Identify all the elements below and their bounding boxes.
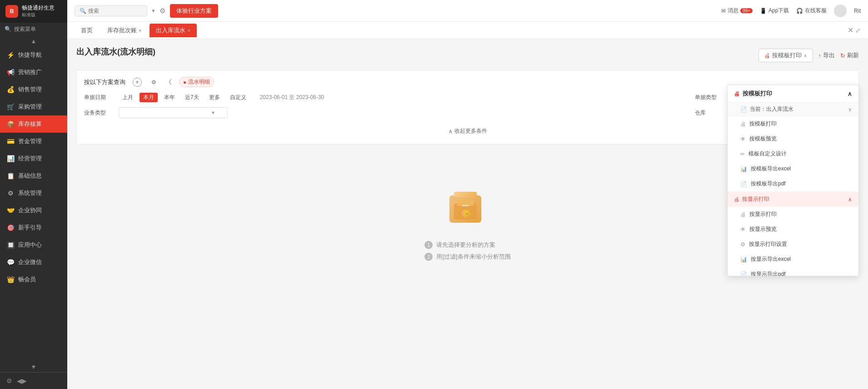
sidebar-item-system[interactable]: ⚙ 系统管理 <box>0 185 67 202</box>
display-section-chevron: ∧ <box>848 196 852 203</box>
username-label[interactable]: Rit <box>854 8 861 14</box>
topbar-message[interactable]: ✉ 消息 99+ <box>721 7 753 15</box>
dropdown-item-template-excel[interactable]: 📊 按模板导出excel <box>728 161 858 176</box>
filter-add-btn[interactable]: + <box>133 78 142 87</box>
dropdown-display-section-header[interactable]: 🖨 按显示打印 ∧ <box>728 192 858 207</box>
tab-flow-close[interactable]: × <box>187 28 190 33</box>
empty-state-image: 😐 <box>449 195 486 232</box>
tab-inventory-batch[interactable]: 库存批次账 × <box>101 24 148 37</box>
sidebar-item-inventory[interactable]: 📦 库存核算 <box>0 115 67 133</box>
date-shortcut-this-year[interactable]: 本年 <box>160 93 179 102</box>
print-template-label: 按模板打印 <box>772 51 802 60</box>
dropdown-section-display: 🖨 按显示打印 ∧ 🖨 按显示打印 👁 按显示预览 ⚙ <box>728 192 858 276</box>
export-btn[interactable]: ↑ 导出 <box>818 51 835 60</box>
display-section-label: 按显示打印 <box>742 195 769 203</box>
sidebar-scroll-up[interactable]: ▲ <box>0 36 67 46</box>
dropdown-item-display-print-settings[interactable]: ⚙ 按显示打印设置 <box>728 237 858 252</box>
app-icon: 📱 <box>760 8 767 14</box>
date-shortcut-more[interactable]: 更多 <box>205 93 224 102</box>
filter-settings-icon[interactable]: ⚙ <box>149 78 158 87</box>
refresh-label: 刷新 <box>847 51 859 60</box>
date-shortcut-custom[interactable]: 自定义 <box>226 93 250 102</box>
dropdown-panel: 🖨 按模板打印 ∧ 📄 当前：出入库流水 ∨ 🖨 <box>727 85 859 276</box>
sidebar-item-label: 快捷导航 <box>18 51 42 59</box>
dropdown-item-display-print[interactable]: 🖨 按显示打印 <box>728 207 858 222</box>
template-print-icon: 🖨 <box>740 121 746 127</box>
empty-step-1: 1 请先选择要分析的方案 <box>424 241 510 249</box>
service-icon: 🎧 <box>796 8 803 14</box>
tab-flow-label: 出入库流水 <box>156 26 185 35</box>
filter-collapse-left-btn[interactable]: 《 <box>165 78 172 86</box>
dropdown-item-template-print[interactable]: 🖨 按模板打印 <box>728 116 858 131</box>
topbar-settings-icon[interactable]: ⚙ <box>160 7 165 15</box>
dropdown-item-template-pdf[interactable]: 📄 按模板导出pdf <box>728 176 858 191</box>
dropdown-item-template-preview[interactable]: 👁 按模板预览 <box>728 131 858 146</box>
step-1-num: 1 <box>424 241 433 249</box>
sidebar-scroll-down[interactable]: ▼ <box>0 362 67 372</box>
business-type-select[interactable]: ▾ <box>119 107 228 118</box>
template-pdf-icon: 📄 <box>740 181 747 187</box>
tabs-expand-btn[interactable]: ⤢ <box>855 27 861 34</box>
refresh-btn[interactable]: ↻ 刷新 <box>840 51 859 60</box>
template-custom-label: 模板自定义设计 <box>748 150 787 158</box>
dropdown-header[interactable]: 🖨 按模板打印 ∧ <box>728 85 858 103</box>
tab-flow[interactable]: 出入库流水 × <box>150 24 196 37</box>
guide-icon: 🎯 <box>6 224 15 231</box>
toggle-sidebar-icon[interactable]: ◀▶ <box>17 377 27 384</box>
search-icon: 🔍 <box>5 26 11 32</box>
current-template-row[interactable]: 📄 当前：出入库流水 ∨ <box>728 103 858 116</box>
svg-text:😐: 😐 <box>464 210 470 217</box>
business-type-label: 业务类型 <box>84 109 111 117</box>
sidebar-item-marketing[interactable]: 📢 营销推广 <box>0 64 67 81</box>
sidebar-item-wechat[interactable]: 💬 企业微信 <box>0 254 67 271</box>
wechat-icon: 💬 <box>6 259 15 266</box>
empty-steps-list: 1 请先选择要分析的方案 2 用[过滤]条件来缩小分析范围 <box>424 241 510 264</box>
trial-btn[interactable]: 体验行业方案 <box>170 4 218 18</box>
current-template-label: 当前：出入库流水 <box>750 105 793 113</box>
print-template-btn[interactable]: 🖨 按模板打印 ∧ <box>758 49 813 62</box>
sidebar-item-app-center[interactable]: 🔲 应用中心 <box>0 236 67 254</box>
topbar-search-box[interactable]: 🔍 <box>75 5 147 16</box>
display-preview-icon: 👁 <box>740 226 746 233</box>
dropdown-item-display-excel[interactable]: 📊 按显示导出excel <box>728 252 858 267</box>
collapse-conditions-btn[interactable]: ∧ 收起更多条件 <box>449 125 487 138</box>
date-shortcut-7days[interactable]: 近7天 <box>181 93 203 102</box>
tab-home[interactable]: 首页 <box>75 24 99 37</box>
sidebar-item-label: 营销推广 <box>18 68 42 76</box>
topbar-search-chevron[interactable]: ▾ <box>152 7 155 14</box>
tabs-close-all-btn[interactable]: ✕ <box>848 26 853 35</box>
dropdown-item-display-preview[interactable]: 👁 按显示预览 <box>728 222 858 237</box>
sidebar-item-purchase[interactable]: 🛒 采购管理 <box>0 98 67 115</box>
doc-type-label: 单据类型 <box>695 94 722 101</box>
step-1-text: 请先选择要分析的方案 <box>436 241 495 249</box>
date-shortcut-this-month[interactable]: 本月 <box>140 93 158 102</box>
sidebar-item-sales[interactable]: 💰 销售管理 <box>0 81 67 98</box>
sidebar-item-collab[interactable]: 🤝 企业协同 <box>0 202 67 219</box>
topbar-app-download[interactable]: 📱 App下载 <box>760 7 789 15</box>
filter-tag-flow: ● 流水明细 <box>179 77 214 87</box>
dropdown-item-template-custom[interactable]: ✏ 模板自定义设计 <box>728 146 858 161</box>
sidebar-item-finance[interactable]: 💳 资金管理 <box>0 133 67 150</box>
app-center-icon: 🔲 <box>6 241 15 249</box>
topbar-search-input[interactable] <box>88 8 142 14</box>
sidebar-item-quick-nav[interactable]: ⚡ 快捷导航 <box>0 46 67 64</box>
message-badge: 99+ <box>740 8 753 13</box>
dropdown-item-display-pdf[interactable]: 📄 按显示导出pdf <box>728 267 858 276</box>
tab-bar: 首页 库存批次账 × 出入库流水 × ✕ ⤢ <box>67 22 868 39</box>
sidebar-item-member[interactable]: 👑 畅会员 <box>0 271 67 288</box>
sidebar-item-basic[interactable]: 📋 基础信息 <box>0 167 67 185</box>
sidebar-item-label: 企业微信 <box>18 258 42 266</box>
topbar-online-service[interactable]: 🎧 在线客服 <box>796 7 827 15</box>
settings-footer-icon[interactable]: ⚙ <box>6 377 12 384</box>
avatar[interactable] <box>834 5 847 17</box>
tab-inventory-batch-close[interactable]: × <box>139 28 141 33</box>
sidebar-item-guide[interactable]: 🎯 新手引导 <box>0 219 67 236</box>
sidebar-footer: ⚙ ◀▶ <box>0 372 67 389</box>
sidebar-search[interactable]: 🔍 搜索菜单 <box>0 23 67 36</box>
app-logo: B 畅捷通好生意 标准版 <box>0 0 67 23</box>
member-icon: 👑 <box>6 276 15 283</box>
refresh-icon: ↻ <box>840 52 845 59</box>
date-shortcut-last-month[interactable]: 上月 <box>119 93 137 102</box>
sidebar-item-operation[interactable]: 📊 经营管理 <box>0 150 67 167</box>
quick-nav-icon: ⚡ <box>6 51 15 59</box>
